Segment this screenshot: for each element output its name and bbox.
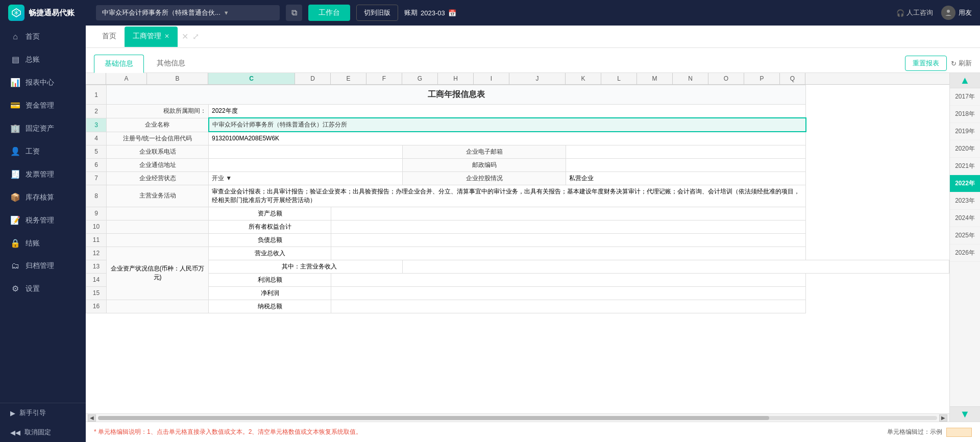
guide-icon: ▶ [10,409,15,417]
unpin-button[interactable]: ◀◀ 取消固定 [0,423,86,442]
row-num-16: 16 [86,300,107,313]
year-item-2022[interactable]: 2022年 [950,175,980,192]
year-item-2019[interactable]: 2019年 [950,123,980,140]
sidebar-item-fund[interactable]: 💳 资金管理 [0,94,86,117]
cell-2-value[interactable]: 2022年度 [209,105,806,118]
tab-close-icon[interactable]: ✕ [164,33,169,40]
cell-5-label: 企业联系电话 [107,145,209,158]
sub-tab-basic-label: 基础信息 [105,59,133,67]
cell-16-tax-value[interactable] [331,300,806,313]
new-guide-button[interactable]: ▶ 新手引导 [0,403,86,423]
sidebar-item-tax[interactable]: 📝 税务管理 [0,209,86,232]
cell-5-phone[interactable] [209,145,403,158]
new-guide-label: 新手引导 [19,408,46,418]
cell-5-email[interactable] [566,145,806,158]
sidebar-item-inventory[interactable]: 📦 库存核算 [0,186,86,209]
col-header-l: L [601,73,637,84]
main-layout: ⌂ 首页 ▤ 总账 📊 报表中心 💳 资金管理 🏢 固定资产 👤 工资 🧾 发票… [0,26,980,442]
year-item-2017[interactable]: 2017年 [950,88,980,106]
h-scroll-bar[interactable]: ◀ ▶ [86,413,949,422]
sidebar-item-asset[interactable]: 🏢 固定资产 [0,117,86,140]
cell-14-profit-value[interactable] [331,273,806,286]
year-scroll-up[interactable]: ▲ [950,73,980,88]
cell-3-value[interactable]: 中审众环会计师事务所（特殊普通合伙）江苏分所 [209,118,806,132]
oldversion-button[interactable]: 切到旧版 [356,5,398,21]
refresh-icon: ↻ [951,60,957,67]
window-maximize-button[interactable]: ⤢ [192,32,199,41]
year-item-2020[interactable]: 2020年 [950,140,980,158]
cell-15-netprofit-value[interactable] [331,286,806,300]
sheet-title-cell[interactable]: 工商年报信息表 [107,85,806,105]
tab-home[interactable]: 首页 [94,27,125,47]
sub-tab-other[interactable]: 其他信息 [146,54,196,72]
sub-tab-basic[interactable]: 基础信息 [94,55,144,73]
sidebar-item-settings[interactable]: ⚙ 设置 [0,277,86,300]
year-item-2023[interactable]: 2023年 [950,192,980,210]
h-scroll-track[interactable] [98,416,937,420]
cell-12-revenue-value[interactable] [331,247,806,260]
row-num-7: 7 [86,171,107,185]
col-header-d: D [295,73,331,84]
sidebar-item-label: 结账 [26,239,40,248]
company-name: 中审众环会计师事务所（特殊普通合伙... [102,8,220,17]
cell-9-asset-value[interactable] [331,207,806,220]
cell-7-control[interactable]: 私营企业 [566,171,806,185]
sidebar-item-label: 设置 [26,284,40,293]
cell-6-label: 企业通信地址 [107,158,209,171]
spreadsheet-scroll[interactable]: 1 工商年报信息表 2 税款所属期间： 2022年度 [86,85,949,413]
tab-biz[interactable]: 工商管理 ✕ [125,27,178,47]
sidebar-item-archive[interactable]: 🗂 归档管理 [0,255,86,277]
refresh-button[interactable]: ↻ 刷新 [951,59,972,68]
year-item-2018[interactable]: 2018年 [950,106,980,123]
archive-icon: 🗂 [10,261,20,271]
h-scroll-right-arrow[interactable]: ▶ [939,414,947,422]
sidebar-item-close[interactable]: 🔒 结账 [0,232,86,255]
year-panel: ▲ 2017年 2018年 2019年 2020年 2021年 2022年 20… [949,73,980,422]
cell-edit-hint: * 单元格编辑说明：1、点击单元格直接录入数值或文本。2、清空单元格数值或文本恢… [94,428,362,436]
cell-16-empty [107,300,209,313]
cell-13-main-rev-value[interactable] [403,260,949,273]
ledger-icon: ▤ [10,55,20,64]
sidebar-item-report[interactable]: 📊 报表中心 [0,71,86,94]
settings-icon: ⚙ [10,284,20,293]
copy-button[interactable]: ⧉ [286,5,302,21]
sidebar-item-label: 税务管理 [26,216,54,225]
year-item-2025[interactable]: 2025年 [950,227,980,244]
year-list: 2017年 2018年 2019年 2020年 2021年 2022年 2023… [950,88,980,406]
cell-8-biz-value[interactable]: 审查企业会计报表；出具审计报告；验证企业资本；出具验资报告；办理企业合并、分立、… [209,185,806,207]
cell-8-biz-label: 主营业务活动 [107,185,209,207]
year-item-2024[interactable]: 2024年 [950,210,980,227]
sidebar-item-invoice[interactable]: 🧾 发票管理 [0,163,86,186]
table-row: 7 企业经营状态 开业 ▼ 企业控股情况 私营企业 [86,171,949,185]
cell-4-value[interactable]: 91320100MA208E5W6K [209,132,806,145]
h-scroll-left-arrow[interactable]: ◀ [88,414,96,422]
sidebar-item-ledger[interactable]: ▤ 总账 [0,48,86,71]
cell-6-address[interactable] [209,158,403,171]
cell-15-netprofit-label: 净利润 [209,286,331,300]
window-close-button[interactable]: ✕ [182,32,188,41]
cell-10-equity-value[interactable] [331,220,806,233]
year-item-2026[interactable]: 2026年 [950,244,980,262]
year-item-2021[interactable]: 2021年 [950,158,980,175]
user-area[interactable]: 用友 [941,6,972,20]
sidebar-item-wage[interactable]: 👤 工资 [0,140,86,163]
table-row: 5 企业联系电话 企业电子邮箱 [86,145,949,158]
row-num-8: 8 [86,185,107,207]
table-row: 4 注册号/统一社会信用代码 91320100MA208E5W6K [86,132,949,145]
unpin-label: 取消固定 [24,428,51,437]
year-scroll-down[interactable]: ▼ [950,406,980,422]
cell-6-post[interactable] [566,158,806,171]
reset-report-button[interactable]: 重置报表 [905,56,947,71]
col-header-i: I [474,73,509,84]
spreadsheet-container: A B C D E F G H I J K L M N O [86,73,980,422]
cell-11-debt-label: 负债总额 [209,233,331,247]
workbench-button[interactable]: 工作台 [308,5,350,21]
company-selector[interactable]: 中审众环会计师事务所（特殊普通合伙... ▼ [96,5,280,20]
support-button[interactable]: 🎧 人工咨询 [896,8,933,17]
cell-7-status[interactable]: 开业 ▼ [209,171,403,185]
period-label: 账期 [404,8,418,17]
cell-11-debt-value[interactable] [331,233,806,247]
sidebar-item-home[interactable]: ⌂ 首页 [0,26,86,48]
col-header-a: A [106,73,147,84]
calendar-icon[interactable]: 📅 [448,9,456,17]
